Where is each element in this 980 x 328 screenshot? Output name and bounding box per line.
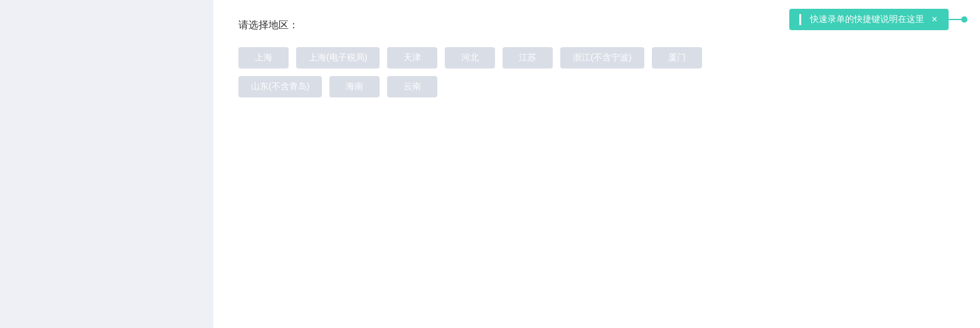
region-btn-shanghai-etax[interactable]: 上海(电子税局) xyxy=(296,47,380,68)
region-btn-xiamen[interactable]: 厦门 xyxy=(652,47,702,68)
region-btn-zhejiang[interactable]: 浙江(不含宁波) xyxy=(560,47,644,68)
tooltip-line xyxy=(948,19,962,20)
region-btn-shanghai[interactable]: 上海 xyxy=(238,47,289,68)
tooltip-dot xyxy=(961,16,967,23)
main-content: 请选择地区： 上海上海(电子税局)天津河北江苏浙江(不含宁波)厦门 山东(不含青… xyxy=(213,0,980,328)
region-row-2: 山东(不含青岛)海南云南 xyxy=(238,76,955,97)
region-btn-jiangsu[interactable]: 江苏 xyxy=(503,47,553,68)
region-row-1: 上海上海(电子税局)天津河北江苏浙江(不含宁波)厦门 xyxy=(238,47,955,68)
region-btn-hebei[interactable]: 河北 xyxy=(445,47,495,68)
sidebar xyxy=(0,0,213,328)
tooltip-banner: 快速录单的快捷键说明在这里 × xyxy=(789,9,949,30)
region-btn-tianjin[interactable]: 天津 xyxy=(387,47,437,68)
tooltip-text: 快速录单的快捷键说明在这里 xyxy=(810,14,924,25)
region-btn-shandong[interactable]: 山东(不含青岛) xyxy=(238,76,322,97)
region-btn-yunnan[interactable]: 云南 xyxy=(387,76,437,97)
tooltip-close-button[interactable]: × xyxy=(930,14,939,25)
region-btn-hainan[interactable]: 海南 xyxy=(329,76,380,97)
